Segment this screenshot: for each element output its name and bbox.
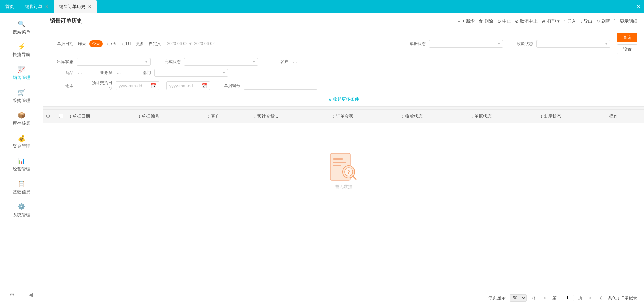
sidebar-item-operations[interactable]: 📊 经营管理 bbox=[0, 153, 43, 176]
goods-control: ··· bbox=[77, 70, 82, 76]
delivery-status-select[interactable]: ▾ bbox=[77, 58, 151, 66]
page-number-input[interactable] bbox=[561, 295, 574, 301]
date-separator: — bbox=[161, 83, 165, 88]
table-gear-icon[interactable]: ⚙ bbox=[46, 113, 50, 119]
completion-status-label: 完成状态 bbox=[157, 59, 184, 65]
main-layout: 🔍 搜索菜单 ⚡ 快捷导航 📈 销售管理 🛒 采购管理 📦 库存核算 💰 资金管… bbox=[0, 13, 644, 305]
show-detail-label: 显示明细 bbox=[620, 18, 637, 24]
print-icon: 🖨 bbox=[542, 18, 546, 24]
minimize-icon[interactable]: — bbox=[628, 4, 634, 10]
show-detail-control[interactable]: 显示明细 bbox=[614, 18, 637, 24]
query-button[interactable]: 查询 bbox=[617, 33, 637, 42]
top-bar-right: — ✕ bbox=[628, 4, 641, 10]
sidebar-item-system-mgmt-label: 系统管理 bbox=[13, 212, 30, 218]
show-detail-checkbox[interactable] bbox=[614, 19, 618, 23]
sidebar-item-quick-nav[interactable]: ⚡ 快捷导航 bbox=[0, 39, 43, 62]
purchase-mgmt-icon: 🛒 bbox=[18, 89, 25, 96]
prev-page-button[interactable]: ＜ bbox=[541, 295, 548, 301]
page-size-label: 每页显示 bbox=[488, 295, 506, 301]
last-page-button[interactable]: ⟩⟩ bbox=[598, 295, 604, 301]
refresh-button[interactable]: ↻ 刷新 bbox=[596, 18, 610, 24]
refresh-label: 刷新 bbox=[601, 18, 610, 24]
payment-status-arrow-icon: ▾ bbox=[605, 42, 607, 46]
sidebar-item-finance[interactable]: 💰 资金管理 bbox=[0, 130, 43, 153]
basic-info-icon: 📋 bbox=[18, 180, 25, 188]
shortcut-today[interactable]: 今天 bbox=[89, 40, 103, 47]
stop-button[interactable]: ⊘ 中止 bbox=[497, 18, 511, 24]
shortcut-1month[interactable]: 近1月 bbox=[120, 40, 133, 47]
new-button[interactable]: ＋ + 新增 bbox=[457, 18, 475, 24]
import-label: 导入 bbox=[567, 18, 576, 24]
order-number-input[interactable] bbox=[244, 82, 317, 90]
new-label: + 新增 bbox=[462, 18, 475, 24]
export-button[interactable]: ↓ 导出 bbox=[580, 18, 593, 24]
collapse-text: 收起更多条件 bbox=[333, 96, 359, 102]
sidebar-item-system-mgmt[interactable]: ⚙️ 系统管理 bbox=[0, 199, 43, 222]
table-header-row: ⚙ ↕ 单据日期 ↕ 单据编号 ↕ 客户 bbox=[43, 110, 644, 123]
next-page-button[interactable]: ＞ bbox=[587, 295, 594, 301]
filter-row-1: 单据日期 昨天 今天 近7天 近1月 更多 自定义 2023-06-02 至 2… bbox=[50, 33, 637, 54]
order-status-control: ▾ bbox=[429, 40, 503, 48]
completion-status-select[interactable]: ▾ bbox=[184, 58, 258, 66]
sidebar-item-basic-info[interactable]: 📋 基础信息 bbox=[0, 176, 43, 199]
date-shortcuts-control: 昨天 今天 近7天 近1月 更多 自定义 2023-06-02 至 2023-0… bbox=[77, 40, 402, 47]
th-order-status: ↕ 单据状态 bbox=[468, 110, 538, 123]
collapse-button[interactable]: ∧ 收起更多条件 bbox=[328, 96, 359, 102]
content-area: 销售订单历史 ＋ + 新增 🗑 删除 ⊘ 中止 ⊘ 取消中止 bbox=[43, 13, 644, 305]
th-delivery-date-label: ↕ 预计交货... bbox=[254, 114, 278, 119]
sidebar-collapse-icon[interactable]: ◀ bbox=[29, 291, 33, 298]
tab-sales-order-history[interactable]: 销售订单历史 ✕ bbox=[54, 0, 97, 13]
goods-dots-btn[interactable]: ··· bbox=[78, 70, 82, 76]
shortcut-yesterday[interactable]: 昨天 bbox=[77, 40, 87, 47]
sidebar-item-search-menu[interactable]: 🔍 搜索菜单 bbox=[0, 16, 43, 39]
warehouse-dots-btn[interactable]: ··· bbox=[78, 83, 82, 88]
sidebar-settings-icon[interactable]: ⚙ bbox=[9, 291, 15, 298]
cancel-stop-button[interactable]: ⊘ 取消中止 bbox=[515, 18, 538, 24]
warehouse-label: 仓库 bbox=[50, 83, 77, 89]
print-button[interactable]: 🖨 打印 ▾ bbox=[542, 18, 560, 24]
sidebar-item-purchase-mgmt[interactable]: 🛒 采购管理 bbox=[0, 85, 43, 108]
order-status-select[interactable]: ▾ bbox=[429, 40, 503, 48]
import-button[interactable]: ↑ 导入 bbox=[564, 18, 576, 24]
stop-icon: ⊘ bbox=[497, 18, 501, 24]
tab-sales-order-history-close[interactable]: ✕ bbox=[88, 4, 91, 9]
sidebar-item-sales-mgmt[interactable]: 📈 销售管理 bbox=[0, 62, 43, 85]
customer-dots-btn[interactable]: ··· bbox=[293, 59, 297, 65]
delivery-date-start-input[interactable]: yyyy-mm-dd 📅 bbox=[116, 81, 159, 90]
sidebar-item-inventory[interactable]: 📦 库存核算 bbox=[0, 108, 43, 130]
payment-status-select[interactable]: ▾ bbox=[536, 40, 610, 48]
page-size-select[interactable]: 50 10 20 100 bbox=[510, 294, 527, 302]
salesperson-dots-btn[interactable]: ··· bbox=[117, 70, 121, 76]
empty-illustration: ? bbox=[324, 150, 364, 184]
order-status-label: 单据状态 bbox=[402, 41, 429, 47]
tab-home[interactable]: 首页 bbox=[0, 0, 19, 13]
close-icon[interactable]: ✕ bbox=[636, 4, 641, 10]
date-shortcuts: 昨天 今天 近7天 近1月 更多 自定义 2023-06-02 至 2023-0… bbox=[77, 40, 215, 47]
tab-sales-order-close[interactable]: ✕ bbox=[45, 4, 48, 9]
shortcut-7days[interactable]: 近7天 bbox=[105, 40, 118, 47]
sidebar-item-basic-info-label: 基础信息 bbox=[13, 189, 30, 195]
shortcut-custom[interactable]: 自定义 bbox=[147, 40, 162, 47]
delete-button[interactable]: 🗑 删除 bbox=[479, 18, 493, 24]
page-header: 销售订单历史 ＋ + 新增 🗑 删除 ⊘ 中止 ⊘ 取消中止 bbox=[43, 13, 644, 29]
select-all-checkbox[interactable] bbox=[59, 114, 63, 118]
completion-status-arrow-icon: ▾ bbox=[253, 60, 255, 64]
delivery-date-end-input[interactable]: yyyy-mm-dd 📅 bbox=[166, 81, 210, 90]
first-page-button[interactable]: ⟨⟨ bbox=[531, 295, 537, 301]
sidebar-item-search-menu-label: 搜索菜单 bbox=[13, 29, 30, 35]
date-range-text: 2023-06-02 至 2023-06-02 bbox=[167, 41, 214, 47]
setting-button[interactable]: 设置 bbox=[617, 44, 637, 54]
tab-sales-order[interactable]: 销售订单 ✕ bbox=[19, 0, 54, 13]
delete-icon: 🗑 bbox=[479, 18, 483, 24]
shortcut-more[interactable]: 更多 bbox=[135, 40, 145, 47]
payment-status-control: ▾ bbox=[536, 40, 610, 48]
sidebar: 🔍 搜索菜单 ⚡ 快捷导航 📈 销售管理 🛒 采购管理 📦 库存核算 💰 资金管… bbox=[0, 13, 43, 305]
th-payment-status: ↕ 收款状态 bbox=[399, 110, 468, 123]
svg-line-6 bbox=[353, 176, 356, 179]
data-table: ⚙ ↕ 单据日期 ↕ 单据编号 ↕ 客户 bbox=[43, 109, 644, 123]
th-number-label: ↕ 单据编号 bbox=[138, 114, 159, 119]
department-select[interactable]: ▾ bbox=[154, 69, 228, 77]
tab-home-label: 首页 bbox=[5, 4, 14, 10]
th-setting: ⚙ bbox=[43, 110, 56, 123]
date-label: 单据日期 bbox=[50, 41, 77, 47]
